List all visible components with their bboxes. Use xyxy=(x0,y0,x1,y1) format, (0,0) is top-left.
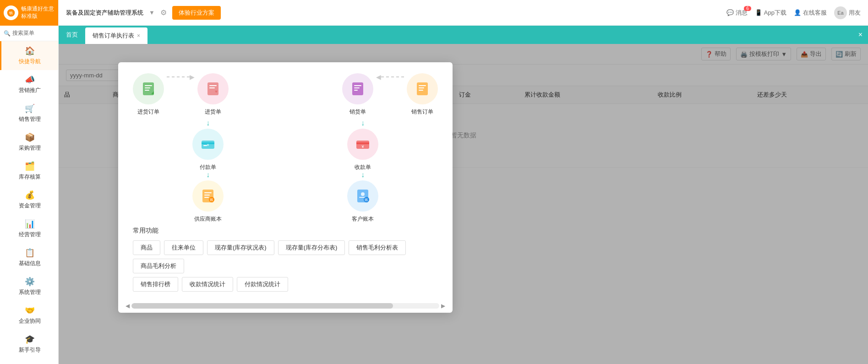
func-btn-receipt-stats[interactable]: 收款情况统计 xyxy=(182,277,233,292)
svg-rect-26 xyxy=(204,195,210,196)
arrow-down-customer: ↓ xyxy=(361,171,365,179)
content-area: ❓ 帮助 🖨️ 按模板打印 ▼ 📤 导出 � xyxy=(59,44,868,364)
avatar: Ea xyxy=(834,6,847,19)
arrow-down-supplier: ↓ xyxy=(206,171,210,179)
modal-overlay[interactable]: 进货订单 ▶ xyxy=(59,44,868,364)
svg-rect-9 xyxy=(352,82,363,95)
system-icon: ⚙️ xyxy=(25,277,35,287)
svg-rect-14 xyxy=(419,85,426,86)
sidebar-item-quick-nav[interactable]: 🏠 快捷导航 xyxy=(0,41,58,70)
tab-sales-order-exec[interactable]: 销售订单执行表 × xyxy=(85,27,147,44)
message-btn[interactable]: 💬 消息 6 xyxy=(726,9,748,17)
close-all-tabs[interactable]: × xyxy=(853,31,868,39)
sidebar-item-purchase[interactable]: 📦 采购管理 xyxy=(0,128,58,157)
sidebar-item-marketing[interactable]: 📣 营销推广 xyxy=(0,70,58,99)
customer-ledger-icon: 账 xyxy=(347,180,378,212)
flow-node-supplier-ledger[interactable]: 账 供应商账本 xyxy=(192,180,224,223)
svg-rect-4 xyxy=(145,87,150,88)
svg-rect-13 xyxy=(417,82,428,95)
func-btn-partner[interactable]: 往来单位 xyxy=(164,240,203,255)
svg-rect-8 xyxy=(209,87,215,88)
flow-node-payment[interactable]: ¥ 付款单 xyxy=(192,129,224,171)
flow-node-sales-order[interactable]: 销售订单 xyxy=(407,73,438,116)
scroll-left-arrow[interactable]: ◀ xyxy=(126,303,130,309)
func-btn-sales-rank[interactable]: 销售排行榜 xyxy=(133,277,178,292)
sidebar-search[interactable]: 🔍 搜索菜单 xyxy=(0,26,58,41)
func-btn-stock-dist[interactable]: 现存量(库存分布表) xyxy=(278,240,345,255)
trial-btn[interactable]: 体验行业方案 xyxy=(172,6,221,20)
flow-node-receipt[interactable]: ¥ 收款单 xyxy=(347,129,378,171)
topbar: 装备及固定资产辅助管理系统 ▼ ⚙ 体验行业方案 💬 消息 6 📱 App下载 … xyxy=(59,0,868,26)
sidebar-item-enterprise[interactable]: 🤝 企业协同 xyxy=(0,301,58,330)
sales-bill-icon xyxy=(342,73,373,104)
common-funcs: 常用功能 商品 往来单位 现存量(库存状况表) 现存量(库存分布表) 销售毛利分… xyxy=(133,227,438,292)
svg-rect-5 xyxy=(145,90,149,91)
supplier-ledger-icon: 账 xyxy=(192,180,224,212)
func-btn-payment-stats[interactable]: 付款情况统计 xyxy=(237,277,288,292)
app-container: 畅 畅康通好生意 标准版 🔍 搜索菜单 🏠 快捷导航 📣 营销推广 🛒 销售管理 xyxy=(0,0,868,364)
scroll-right-arrow[interactable]: ▶ xyxy=(441,303,445,309)
basic-info-icon: 📋 xyxy=(25,248,35,258)
svg-rect-16 xyxy=(419,90,423,91)
inventory-icon: 🗂️ xyxy=(25,161,35,171)
sidebar-item-system[interactable]: ⚙️ 系统管理 xyxy=(0,272,58,301)
home-icon: 🏠 xyxy=(25,46,35,56)
modal-content: 进货订单 ▶ xyxy=(118,62,453,303)
guide-icon: 🎓 xyxy=(25,334,35,344)
func-btn-stock-status[interactable]: 现存量(库存状况表) xyxy=(207,240,274,255)
sidebar-item-finance[interactable]: 💰 资金管理 xyxy=(0,185,58,214)
func-btn-product[interactable]: 商品 xyxy=(133,240,160,255)
logo-icon: 畅 xyxy=(4,5,18,20)
common-funcs-title: 常用功能 xyxy=(133,227,438,235)
enterprise-icon: 🤝 xyxy=(25,305,35,315)
tab-home[interactable]: 首页 xyxy=(59,26,85,44)
func-btn-product-gross[interactable]: 商品毛利分析 xyxy=(133,259,184,273)
supplier-col: ↓ 账 供应商账本 xyxy=(192,171,224,223)
sidebar-item-guide[interactable]: 🎓 新手引导 xyxy=(0,330,58,359)
arrow-down-receipt: ↓ xyxy=(361,120,365,127)
flow-node-purchase-order[interactable]: 进货订单 xyxy=(133,73,164,116)
svg-text:账: 账 xyxy=(365,198,368,202)
service-icon: 👤 xyxy=(794,9,801,16)
sidebar-item-inventory[interactable]: 🗂️ 库存核算 xyxy=(0,157,58,185)
logo-text: 畅康通好生意 标准版 xyxy=(21,5,54,20)
flow-node-customer-ledger[interactable]: 账 客户账本 xyxy=(347,180,378,223)
func-buttons-row1: 商品 往来单位 现存量(库存状况表) 现存量(库存分布表) 销售毛利分析表 商品… xyxy=(133,240,438,273)
svg-rect-10 xyxy=(354,85,361,86)
svg-rect-12 xyxy=(354,90,358,91)
scrollbar-thumb[interactable] xyxy=(131,303,393,309)
sidebar-item-operations[interactable]: 📊 经营管理 xyxy=(0,214,58,243)
app-download-btn[interactable]: 📱 App下载 xyxy=(755,9,786,17)
svg-rect-27 xyxy=(204,197,209,198)
svg-rect-11 xyxy=(354,87,360,88)
sales-icon: 🛒 xyxy=(25,103,35,114)
online-service-btn[interactable]: 👤 在线客服 xyxy=(794,9,827,17)
flow-node-sales-bill[interactable]: 销货单 xyxy=(342,73,373,116)
receipt-col: ↓ ¥ 收款单 xyxy=(347,120,378,171)
func-buttons-row2: 销售排行榜 收款情况统计 付款情况统计 xyxy=(133,277,438,292)
search-icon: 🔍 xyxy=(4,30,11,37)
sidebar-item-sales[interactable]: 🛒 销售管理 xyxy=(0,99,58,128)
dropdown-icon[interactable]: ▼ xyxy=(149,9,155,16)
sidebar-item-basic-info[interactable]: 📋 基础信息 xyxy=(0,243,58,272)
svg-text:账: 账 xyxy=(210,198,213,202)
modal-scrollbar[interactable] xyxy=(131,303,439,309)
tab-close-icon[interactable]: × xyxy=(137,33,140,39)
flow-modal: 进货订单 ▶ xyxy=(118,62,453,313)
svg-rect-15 xyxy=(419,87,424,88)
settings-icon[interactable]: ⚙ xyxy=(160,8,167,17)
svg-rect-3 xyxy=(145,85,152,86)
svg-rect-6 xyxy=(207,82,218,95)
purchase-icon: 📦 xyxy=(25,132,35,142)
arrow-sales-order-to-bill: ◀ xyxy=(376,73,404,93)
sidebar-logo: 畅 畅康通好生意 标准版 xyxy=(0,0,58,26)
func-btn-sales-gross[interactable]: 销售毛利分析表 xyxy=(349,240,406,255)
sales-order-icon xyxy=(407,73,438,104)
modal-scroll-area: ◀ ▶ xyxy=(118,303,453,313)
svg-rect-25 xyxy=(204,192,212,193)
user-menu[interactable]: Ea 用友 xyxy=(834,6,861,19)
arrow-down-payment: ↓ xyxy=(206,120,210,127)
download-icon: 📱 xyxy=(755,9,762,16)
payment-col: ↓ ¥ 付款单 xyxy=(192,120,224,171)
flow-node-purchase-bill[interactable]: 进货单 xyxy=(197,73,229,116)
